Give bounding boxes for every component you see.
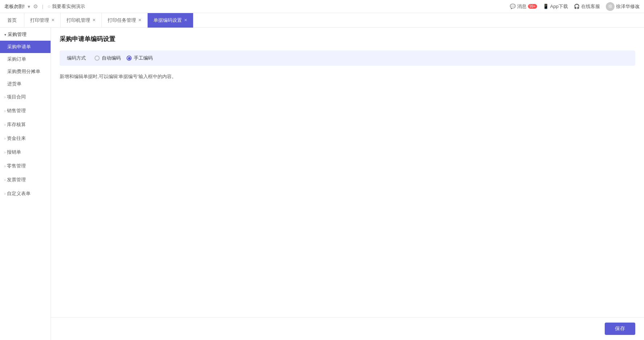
sidebar-item-purchase-expense-label: 采购费用分摊单 xyxy=(7,69,40,74)
window-close-button[interactable]: ✕ xyxy=(631,0,644,13)
tab-print-mgmt[interactable]: 打印管理 ✕ xyxy=(24,13,61,28)
tab-single-encode[interactable]: 单据编码设置 ✕ xyxy=(148,13,193,28)
app-download-label: App下载 xyxy=(550,3,568,10)
message-badge: 99+ xyxy=(528,4,537,9)
content-inner: 采购申请单编码设置 编码方式 自动编码 手工编码 新增和编辑单据时,可以编辑'单… xyxy=(51,28,644,317)
sidebar-group-purchase-title[interactable]: ▾ 采购管理 xyxy=(0,28,51,41)
expand-arrow-invoice: › xyxy=(4,178,5,182)
nav-dropdown-icon[interactable]: ▾ xyxy=(28,4,30,9)
tabs-bar: 首页 打印管理 ✕ 打印机管理 ✕ 打印任务管理 ✕ 单据编码设置 ✕ xyxy=(0,13,644,28)
online-service-item[interactable]: 🎧 在线客服 xyxy=(574,3,600,10)
expand-arrow-sales-return: › xyxy=(4,150,5,154)
sidebar-item-inbound[interactable]: 进货单 xyxy=(0,78,51,90)
sidebar-group-purchase-label: 采购管理 xyxy=(8,31,27,38)
sidebar-group-inventory-label: 库存核算 xyxy=(7,121,26,128)
sidebar-group-custom-label: 自定义表单 xyxy=(7,190,31,197)
expand-arrow-project: › xyxy=(4,95,5,99)
sidebar-item-purchase-order[interactable]: 采购订单 xyxy=(0,53,51,65)
encoding-section: 编码方式 自动编码 手工编码 xyxy=(60,50,635,66)
page-title: 采购申请单编码设置 xyxy=(60,35,635,43)
sidebar-group-finance[interactable]: › 资金往来 xyxy=(0,131,51,145)
sidebar-group-retail[interactable]: › 零售管理 xyxy=(0,159,51,173)
collapse-arrow-purchase: ▾ xyxy=(4,33,6,37)
expand-arrow-finance: › xyxy=(4,137,5,141)
manual-code-label: 手工编码 xyxy=(134,55,153,61)
manual-code-radio[interactable] xyxy=(127,56,132,61)
auto-code-radio[interactable] xyxy=(95,56,100,61)
tab-printer-mgmt-label: 打印机管理 xyxy=(67,17,90,24)
manual-code-option[interactable]: 手工编码 xyxy=(127,55,153,61)
sidebar-item-purchase-request-label: 采购申请单 xyxy=(7,44,31,49)
tab-home[interactable]: 首页 xyxy=(0,13,24,28)
message-icon: 💬 xyxy=(510,4,516,9)
sidebar-group-sales-return[interactable]: › 报销单 xyxy=(0,145,51,159)
demo-icon: ○ xyxy=(48,4,51,9)
app-logo: 老板勿割! xyxy=(4,3,25,10)
tab-single-encode-label: 单据编码设置 xyxy=(153,17,182,24)
sidebar-group-sales[interactable]: › 销售管理 xyxy=(0,104,51,118)
app-download-item[interactable]: 📱 App下载 xyxy=(543,3,568,10)
sidebar-group-finance-label: 资金往来 xyxy=(7,135,26,142)
hint-text: 新增和编辑单据时,可以编辑'单据编号'输入框中的内容。 xyxy=(60,73,635,81)
message-label: 消息 xyxy=(517,3,527,10)
top-bar: 老板勿割! ▾ ⚙ | ○ 我要看实例演示 💬 消息 99+ 📱 App下载 🎧… xyxy=(0,0,644,13)
content-area: 采购申请单编码设置 编码方式 自动编码 手工编码 新增和编辑单据时,可以编辑'单… xyxy=(51,28,644,340)
sidebar-group-invoice-label: 发票管理 xyxy=(7,177,26,183)
sidebar-group-purchase: ▾ 采购管理 采购申请单 采购订单 采购费用分摊单 进货单 xyxy=(0,28,51,90)
demo-link[interactable]: ○ 我要看实例演示 xyxy=(48,3,85,10)
tab-print-mgmt-label: 打印管理 xyxy=(30,17,49,24)
sidebar-group-retail-label: 零售管理 xyxy=(7,163,26,169)
app-download-icon: 📱 xyxy=(543,4,549,9)
demo-text: 我要看实例演示 xyxy=(52,3,85,10)
sidebar: ▾ 采购管理 采购申请单 采购订单 采购费用分摊单 进货单 › 项目合同 › 销… xyxy=(0,28,51,340)
tab-home-label: 首页 xyxy=(7,17,17,24)
settings-icon[interactable]: ⚙ xyxy=(33,3,38,10)
tab-print-task[interactable]: 打印任务管理 ✕ xyxy=(102,13,148,28)
auto-code-label: 自动编码 xyxy=(102,55,121,61)
content-footer: 保存 xyxy=(51,317,644,340)
expand-arrow-inventory: › xyxy=(4,123,5,127)
sidebar-group-sales-label: 销售管理 xyxy=(7,108,26,114)
tab-print-task-label: 打印任务管理 xyxy=(108,17,136,24)
top-bar-left: 老板勿割! ▾ ⚙ | ○ 我要看实例演示 xyxy=(4,3,85,10)
message-item[interactable]: 💬 消息 99+ xyxy=(510,3,537,10)
top-bar-right: 💬 消息 99+ 📱 App下载 🎧 在线客服 徐 徐泽华修改 xyxy=(510,2,640,11)
sidebar-group-invoice[interactable]: › 发票管理 xyxy=(0,173,51,187)
sidebar-item-inbound-label: 进货单 xyxy=(7,81,21,86)
main-layout: ▾ 采购管理 采购申请单 采购订单 采购费用分摊单 进货单 › 项目合同 › 销… xyxy=(0,28,644,340)
tab-printer-mgmt-close[interactable]: ✕ xyxy=(92,18,96,23)
expand-arrow-custom: › xyxy=(4,192,5,196)
sidebar-group-project-contract[interactable]: › 项目合同 xyxy=(0,90,51,104)
tab-printer-mgmt[interactable]: 打印机管理 ✕ xyxy=(61,13,102,28)
sidebar-item-purchase-request[interactable]: 采购申请单 xyxy=(0,41,51,53)
sidebar-group-custom-forms[interactable]: › 自定义表单 xyxy=(0,187,51,201)
sidebar-group-project-label: 项目合同 xyxy=(7,94,26,100)
sidebar-item-purchase-expense[interactable]: 采购费用分摊单 xyxy=(0,65,51,78)
sidebar-group-sales-return-label: 报销单 xyxy=(7,149,21,155)
tab-single-encode-close[interactable]: ✕ xyxy=(184,18,187,23)
expand-arrow-sales: › xyxy=(4,109,5,113)
save-button[interactable]: 保存 xyxy=(605,323,635,335)
sidebar-group-inventory[interactable]: › 库存核算 xyxy=(0,118,51,131)
tab-print-mgmt-close[interactable]: ✕ xyxy=(51,18,55,23)
expand-arrow-retail: › xyxy=(4,164,5,168)
headset-icon: 🎧 xyxy=(574,4,580,9)
online-service-label: 在线客服 xyxy=(581,3,600,10)
tab-print-task-close[interactable]: ✕ xyxy=(138,18,141,23)
user-avatar: 徐 xyxy=(606,2,615,11)
encoding-label: 编码方式 xyxy=(67,55,86,61)
sidebar-item-purchase-order-label: 采购订单 xyxy=(7,56,26,62)
auto-code-option[interactable]: 自动编码 xyxy=(95,55,121,61)
